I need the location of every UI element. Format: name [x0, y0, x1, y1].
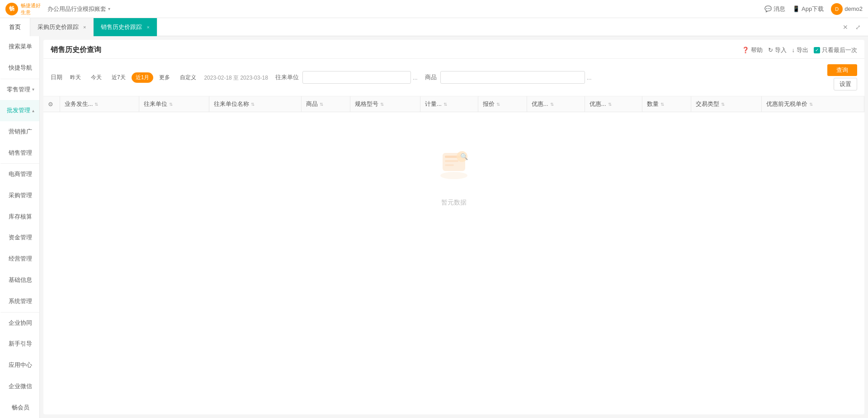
- col-unit-sort-icon[interactable]: ⇅: [443, 102, 447, 107]
- counterparty-filter-group: 往来单位 ...: [275, 71, 418, 84]
- svg-text:🔍: 🔍: [460, 153, 468, 161]
- col-unit: 计量... ⇅: [420, 96, 478, 112]
- col-pretax-price-sort-icon[interactable]: ⇅: [809, 102, 813, 107]
- col-spec-sort-icon[interactable]: ⇅: [380, 102, 384, 107]
- col-product: 商品 ⇅: [301, 96, 350, 112]
- export-button[interactable]: ↓ 导出: [792, 46, 809, 54]
- logo-area: 畅 畅捷通好生意: [5, 2, 44, 15]
- svg-rect-4: [445, 164, 454, 166]
- sidebar-item-system[interactable]: 系统管理: [0, 291, 39, 312]
- page-header: 销售历史价查询 ❓ 帮助 ↻ 导入 ↓ 导出 ✓: [43, 40, 864, 59]
- sidebar-item-finance[interactable]: 资金管理: [0, 227, 39, 248]
- sidebar-item-operations[interactable]: 经营管理: [0, 248, 39, 270]
- wholesale-mgmt-arrow-icon: ▴: [32, 108, 34, 113]
- sidebar-item-enterprise-wechat[interactable]: 企业微信: [0, 375, 39, 397]
- product-label: 商品: [425, 73, 437, 81]
- tab-purchase-history-close[interactable]: ×: [83, 24, 86, 30]
- breadcrumb: 办公用品行业模拟账套 ▾: [47, 5, 110, 13]
- logo-icon: 畅: [5, 3, 18, 15]
- sidebar-item-search-menu[interactable]: 搜索菜单: [0, 36, 39, 57]
- tab-sales-history[interactable]: 销售历史价跟踪 ×: [94, 18, 157, 36]
- col-trade-type: 交易类型 ⇅: [691, 96, 762, 112]
- date-filter-label: 日期: [51, 73, 62, 81]
- col-biz-date: 业务发生... ⇅: [60, 96, 139, 112]
- date-more-btn[interactable]: 更多: [155, 72, 174, 83]
- last-only-checkbox[interactable]: ✓: [814, 47, 820, 53]
- svg-rect-3: [445, 160, 458, 162]
- date-filter-group: 日期 昨天 今天 近7天 近1月 更多 自定义 2023-02-18 至 202…: [51, 72, 268, 83]
- col-counterparty-code-sort-icon[interactable]: ⇅: [169, 102, 173, 107]
- avatar: D: [831, 3, 843, 15]
- empty-icon: 🔍: [431, 139, 476, 193]
- col-counterparty-name-sort-icon[interactable]: ⇅: [251, 102, 255, 107]
- col-settings: ⚙: [43, 96, 60, 112]
- empty-text: 暂元数据: [441, 199, 467, 207]
- col-quantity-sort-icon[interactable]: ⇅: [660, 102, 664, 107]
- sidebar-item-marketing[interactable]: 营销推广: [0, 121, 39, 142]
- svg-point-0: [440, 172, 467, 179]
- top-bar-left: 畅 畅捷通好生意 办公用品行业模拟账套 ▾: [5, 2, 110, 15]
- date-custom-btn[interactable]: 自定义: [176, 72, 200, 83]
- sidebar-item-purchase-mgmt[interactable]: 采购管理: [0, 185, 39, 206]
- sidebar-item-app-center[interactable]: 应用中心: [0, 354, 39, 375]
- query-button[interactable]: 查询: [827, 64, 857, 76]
- tab-close-all-button[interactable]: ✕: [841, 23, 850, 32]
- col-counterparty-name: 往来单位名称 ⇅: [209, 96, 301, 112]
- tab-bar-actions: ✕ ⤢: [835, 18, 868, 36]
- col-discount2: 优惠... ⇅: [585, 96, 642, 112]
- page-title: 销售历史价查询: [51, 45, 101, 55]
- product-filter-group: 商品 ...: [425, 71, 592, 84]
- filter-row: 日期 昨天 今天 近7天 近1月 更多 自定义 2023-02-18 至 202…: [51, 64, 857, 90]
- top-bar-right: 💬 消息 📱 App下载 D demo2: [764, 3, 863, 15]
- col-biz-date-sort-icon[interactable]: ⇅: [94, 102, 98, 107]
- date-yesterday-btn[interactable]: 昨天: [66, 72, 85, 83]
- sidebar-item-wholesale-mgmt[interactable]: 批发管理 ▴: [0, 100, 39, 121]
- sidebar-item-inventory[interactable]: 库存核算: [0, 206, 39, 227]
- col-quoted-price-sort-icon[interactable]: ⇅: [496, 102, 500, 107]
- sidebar-item-sales-mgmt[interactable]: 销售管理: [0, 142, 39, 163]
- col-spec: 规格型号 ⇅: [350, 96, 420, 112]
- date-today-btn[interactable]: 今天: [87, 72, 106, 83]
- last-only-button[interactable]: ✓ 只看最后一次: [814, 46, 857, 54]
- date-7days-btn[interactable]: 近7天: [108, 72, 130, 83]
- col-settings-icon[interactable]: ⚙: [48, 101, 53, 108]
- sidebar-item-newbie[interactable]: 新手引导: [0, 333, 39, 355]
- user-menu[interactable]: D demo2: [831, 3, 863, 15]
- main-layout: 搜索菜单 快捷导航 零售管理 ▾ 批发管理 ▴ 营销推广 销售管理 电商管理 采…: [0, 36, 868, 418]
- sidebar-item-member[interactable]: 畅会员: [0, 397, 39, 418]
- sidebar-item-enterprise[interactable]: 企业协同: [0, 312, 39, 333]
- top-bar: 畅 畅捷通好生意 办公用品行业模拟账套 ▾ 💬 消息 📱 App下载 D dem…: [0, 0, 868, 18]
- filter-settings-button[interactable]: 设置: [834, 78, 857, 90]
- product-input-wrapper: ...: [440, 71, 592, 84]
- col-trade-type-sort-icon[interactable]: ⇅: [721, 102, 725, 107]
- tab-home[interactable]: 首页: [0, 18, 30, 36]
- col-discount1-sort-icon[interactable]: ⇅: [550, 102, 554, 107]
- col-product-sort-icon[interactable]: ⇅: [320, 102, 323, 107]
- counterparty-input[interactable]: [302, 71, 411, 84]
- product-input[interactable]: [440, 71, 585, 84]
- import-button[interactable]: ↻ 导入: [768, 46, 787, 54]
- tab-purchase-history[interactable]: 采购历史价跟踪 ×: [30, 18, 94, 36]
- sidebar-item-basic-info[interactable]: 基础信息: [0, 270, 39, 291]
- message-button[interactable]: 💬 消息: [764, 5, 785, 13]
- counterparty-picker-icon[interactable]: ...: [413, 74, 418, 81]
- app-icon: 📱: [793, 5, 800, 12]
- product-picker-icon[interactable]: ...: [587, 74, 592, 81]
- sidebar-item-quick-nav[interactable]: 快捷导航: [0, 57, 39, 79]
- table-header-row: ⚙ 业务发生... ⇅ 往来单位: [43, 96, 864, 112]
- page-actions: ❓ 帮助 ↻ 导入 ↓ 导出 ✓ 只看最后一次: [742, 46, 858, 54]
- breadcrumb-text: 办公用品行业模拟账套: [47, 5, 106, 13]
- breadcrumb-dropdown-icon[interactable]: ▾: [108, 6, 110, 11]
- help-button[interactable]: ❓ 帮助: [742, 46, 763, 54]
- col-discount1: 优惠... ⇅: [527, 96, 585, 112]
- col-discount2-sort-icon[interactable]: ⇅: [608, 102, 612, 107]
- tab-sales-history-close[interactable]: ×: [146, 24, 149, 30]
- sidebar-item-retail-mgmt[interactable]: 零售管理 ▾: [0, 79, 39, 100]
- empty-illustration: 🔍: [431, 139, 476, 185]
- sidebar-item-ecommerce[interactable]: 电商管理: [0, 163, 39, 185]
- app-download-button[interactable]: 📱 App下载: [793, 5, 824, 13]
- counterparty-label: 往来单位: [275, 73, 299, 81]
- date-1month-btn[interactable]: 近1月: [132, 72, 154, 83]
- message-icon: 💬: [764, 5, 772, 12]
- tab-fullscreen-button[interactable]: ⤢: [854, 23, 863, 32]
